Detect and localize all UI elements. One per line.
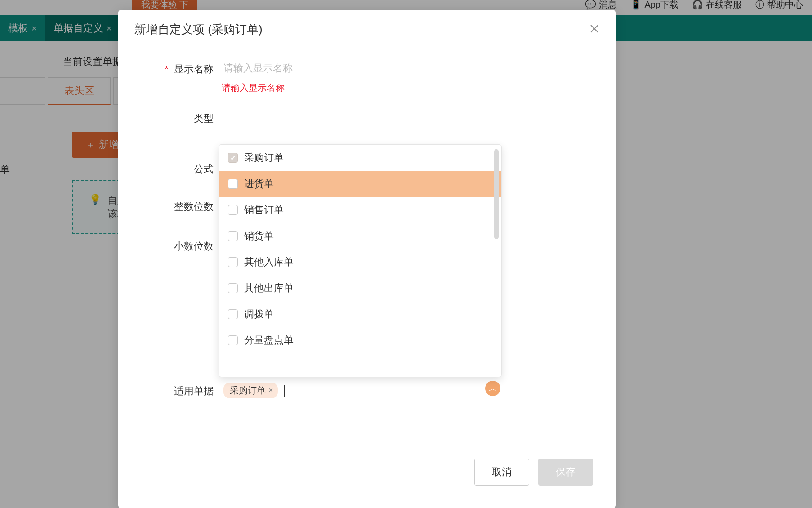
dropdown-option-label: 调拨单 <box>244 307 274 321</box>
checkbox-icon[interactable] <box>228 179 238 189</box>
tag-remove-icon[interactable]: × <box>268 386 273 395</box>
label-apply-doc: 适用单据 <box>145 380 222 403</box>
label-display-name: * 显示名称 <box>145 58 222 76</box>
cancel-button-label: 取消 <box>492 466 512 477</box>
text-cursor <box>284 385 285 397</box>
scrollbar[interactable] <box>494 149 499 239</box>
apply-doc-dropdown: 采购订单 进货单 销售订单 销货单 其他入库单 <box>219 144 502 377</box>
dropdown-option-label: 进货单 <box>244 177 274 191</box>
checkbox-icon[interactable] <box>228 205 238 215</box>
label-int-digits: 整数位数 <box>145 196 222 214</box>
field-type: 类型 <box>145 107 589 125</box>
dropdown-option-partial-count[interactable]: 分量盘点单 <box>219 327 501 353</box>
display-name-input[interactable] <box>222 58 500 79</box>
checkbox-icon[interactable] <box>228 309 238 319</box>
dropdown-option-other-in[interactable]: 其他入库单 <box>219 249 501 275</box>
dropdown-option-sales-order[interactable]: 销售订单 <box>219 197 501 223</box>
apply-doc-input[interactable]: 采购订单 × ︿ <box>222 380 500 403</box>
modal-header: 新增自定义项 (采购订单) <box>118 10 616 49</box>
cancel-button[interactable]: 取消 <box>474 459 529 486</box>
dropdown-option-sales-doc[interactable]: 销货单 <box>219 223 501 249</box>
modal-new-custom-field: 新增自定义项 (采购订单) * 显示名称 请输入显示名称 类型 公式 <box>118 10 616 508</box>
label-type: 类型 <box>145 107 222 125</box>
required-star: * <box>165 63 169 75</box>
modal-close-button[interactable] <box>589 23 599 36</box>
tag-chip-purchase-order[interactable]: 采购订单 × <box>223 383 278 398</box>
dropdown-option-label: 其他出库单 <box>244 281 294 295</box>
dropdown-toggle[interactable]: ︿ <box>485 381 500 396</box>
modal-footer: 取消 保存 <box>118 445 616 508</box>
dropdown-option-other-out[interactable]: 其他出库单 <box>219 275 501 301</box>
field-display-name: * 显示名称 请输入显示名称 <box>145 58 589 94</box>
close-icon <box>589 24 599 34</box>
save-button-label: 保存 <box>556 466 576 477</box>
checkbox-icon[interactable] <box>228 335 238 345</box>
label-display-name-text: 显示名称 <box>174 63 214 75</box>
save-button[interactable]: 保存 <box>538 459 593 486</box>
chevron-up-icon: ︿ <box>489 383 497 394</box>
checkbox-icon[interactable] <box>228 283 238 293</box>
modal-title: 新增自定义项 (采购订单) <box>134 22 263 37</box>
dropdown-option-label: 其他入库单 <box>244 255 294 269</box>
checkbox-icon[interactable] <box>228 257 238 267</box>
label-formula: 公式 <box>145 158 222 176</box>
modal-body: * 显示名称 请输入显示名称 类型 公式 整数位数 小数位数 <box>118 49 616 445</box>
dropdown-option-receiving[interactable]: 进货单 <box>219 171 501 197</box>
display-name-error: 请输入显示名称 <box>222 82 500 94</box>
dropdown-option-label: 销货单 <box>244 229 274 243</box>
checkbox-icon[interactable] <box>228 231 238 241</box>
field-apply-doc: 适用单据 采购订单 × ︿ <box>145 380 557 403</box>
dropdown-option-transfer[interactable]: 调拨单 <box>219 301 501 327</box>
dropdown-option-label: 分量盘点单 <box>244 334 294 347</box>
dropdown-option-label: 采购订单 <box>244 151 284 165</box>
label-dec-digits: 小数位数 <box>145 235 222 253</box>
dropdown-option-label: 销售订单 <box>244 203 284 217</box>
dropdown-option-purchase-order[interactable]: 采购订单 <box>219 145 501 171</box>
tag-chip-label: 采购订单 <box>230 384 266 397</box>
checkbox-checked-icon[interactable] <box>228 153 238 163</box>
